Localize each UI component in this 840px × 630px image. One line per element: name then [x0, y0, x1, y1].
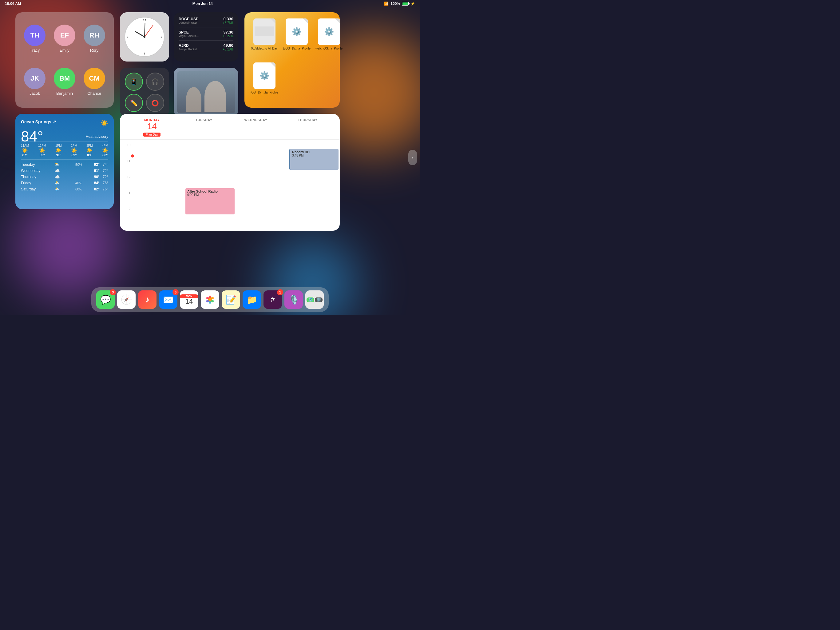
calendar-grid: After School Radio 6:00 PM: [132, 140, 340, 231]
hourly-time-0: 11AM: [21, 144, 29, 147]
forecast-high-0: 92°: [94, 162, 99, 167]
hourly-time-4: 3PM: [87, 144, 93, 147]
stock-ticker-doge: DOGE-USD: [178, 17, 199, 21]
forecast-friday: Friday 🌦️ 40% 84° 76°: [21, 180, 108, 185]
dock-calendar[interactable]: MON 14: [180, 290, 198, 309]
cal-day-num-tue: 0: [178, 122, 230, 131]
status-right: 📶 100% ⚡: [384, 2, 415, 6]
ctrl-pencil-button[interactable]: ✏️: [125, 94, 143, 112]
forecast-high-2: 90°: [94, 175, 99, 179]
calendar-header: MONDAY 14 Flag Day TUESDAY 0 WEDNESDAY 0…: [120, 114, 340, 140]
file-name-watchos: watchOS...a_Profile: [316, 47, 343, 51]
battery-icon: [402, 2, 409, 6]
hourly-time-2: 1PM: [55, 144, 62, 147]
pencil-icon: ✏️: [130, 99, 138, 107]
dock-photos[interactable]: [201, 290, 219, 309]
contact-benjamin[interactable]: BM Benjamin: [54, 68, 75, 96]
calendar-times: 10 11 12 1 2: [120, 140, 132, 231]
ctrl-circle-button[interactable]: ⭕: [146, 94, 164, 112]
ctrl-ipad-button[interactable]: 📱: [125, 73, 143, 91]
music-icon: ♪: [145, 295, 149, 304]
files-widget[interactable]: 9to5Mac...g All Day ⚙️ tvOS_15...ta_Prof…: [245, 12, 340, 108]
stock-name-doge: Dogecoin USD: [178, 21, 199, 24]
dock-safari[interactable]: [117, 290, 136, 309]
stock-row-ajrd: AJRD Aerojet Rocket... 49.60 +0.18%: [178, 43, 234, 51]
contact-jacob[interactable]: JK Jacob: [24, 68, 46, 96]
control-center-widget[interactable]: 📱 🎧 ✏️ ⭕: [120, 68, 169, 117]
forecast-day-1: Wednesday: [21, 169, 43, 173]
forecast-pct-0: 50%: [71, 163, 82, 166]
cal-dock-day: 14: [185, 298, 193, 305]
mail-icon: ✉️: [163, 295, 174, 305]
contacts-widget[interactable]: TH Tracy EF Emily RH Rory JK Jacob BM Be…: [15, 12, 114, 108]
stock-name-ajrd: Aerojet Rocket...: [178, 47, 199, 51]
second-hand: [144, 25, 153, 37]
settings-mini-icon: ⚙️: [315, 298, 322, 302]
cal-column-0: [132, 140, 184, 231]
gear-icon-tvos: ⚙️: [292, 27, 302, 36]
svg-point-7: [209, 296, 211, 298]
cal-day-num-thu: 0: [282, 122, 333, 131]
weather-forecast: Tuesday 🌦️ 50% 92° 74° Wednesday ☁️ 91° …: [21, 162, 108, 192]
hourly-temp-4: 89°: [87, 153, 93, 157]
dock-music[interactable]: ♪: [138, 290, 156, 309]
time-2: 2: [120, 207, 132, 223]
dock-slack[interactable]: # 1: [264, 290, 282, 309]
hourly-time-5: 4PM: [102, 144, 108, 147]
dock: 💬 3 ♪ ✉️ 6 MON 14: [91, 287, 329, 312]
time-11: 11: [120, 159, 132, 175]
photos-icon: [204, 294, 216, 305]
svg-point-11: [206, 300, 209, 302]
contact-name-benjamin: Benjamin: [56, 91, 73, 96]
event-record-hh[interactable]: Record HH 3:45 PM: [289, 149, 338, 170]
sidebar-handle[interactable]: ‹: [408, 150, 417, 165]
ipad-icon: 📱: [130, 78, 138, 85]
file-item-ios[interactable]: ⚙️ iOS_15_...ta_Profile: [251, 62, 278, 95]
wifi-icon: 📶: [384, 2, 388, 6]
stock-price-ajrd: 49.60: [223, 43, 234, 47]
contact-rory[interactable]: RH Rory: [84, 25, 105, 52]
slack-badge: 1: [277, 289, 283, 295]
contact-avatar-chance: CM: [84, 68, 105, 89]
weather-widget: Ocean Springs ↗ ☀️ 84° Heat advisory 11A…: [15, 114, 114, 209]
forecast-high-3: 84°: [94, 181, 99, 185]
dock-files[interactable]: 📁: [243, 290, 261, 309]
event-title-hh: Record HH: [292, 150, 337, 154]
contact-chance[interactable]: CM Chance: [84, 68, 105, 96]
hourly-temp-2: 91°: [55, 153, 62, 157]
hourly-temp-3: 89°: [71, 153, 77, 157]
forecast-low-3: 76°: [103, 181, 108, 185]
dock-maps-settings[interactable]: 🗺️ ⚙️: [305, 290, 324, 309]
forecast-low-4: 76°: [103, 187, 108, 192]
contact-tracy[interactable]: TH Tracy: [24, 25, 46, 52]
forecast-low-0: 74°: [103, 162, 108, 167]
contact-name-emily: Emily: [60, 48, 69, 52]
contact-avatar-emily: EF: [54, 25, 75, 46]
forecast-icon-4: 🌦️: [54, 187, 60, 192]
file-item-tvos[interactable]: ⚙️ tvOS_15...ta_Profile: [283, 19, 311, 51]
file-name-ios: iOS_15_...ta_Profile: [251, 91, 278, 95]
forecast-day-0: Tuesday: [21, 162, 43, 167]
cal-day-num-mon: 14: [126, 122, 178, 131]
dock-podcasts[interactable]: 🎙️: [284, 290, 303, 309]
mail-badge: 6: [172, 289, 178, 295]
hourly-icon-5: ☀️: [102, 147, 108, 153]
minute-hand: [144, 23, 145, 37]
weather-header: Ocean Springs ↗ ☀️: [21, 119, 108, 127]
ctrl-headphones-button[interactable]: 🎧: [146, 73, 164, 91]
forecast-day-2: Thursday: [21, 175, 43, 179]
hour-hand: [135, 31, 145, 38]
dock-notes[interactable]: 📝: [222, 290, 240, 309]
file-item-watchos[interactable]: ⚙️ watchOS...a_Profile: [316, 19, 343, 51]
contact-name-tracy: Tracy: [30, 48, 39, 52]
file-item-9to5mac[interactable]: 9to5Mac...g All Day: [251, 19, 278, 51]
weather-advisory: Heat advisory: [21, 135, 108, 139]
dock-mail[interactable]: ✉️ 6: [159, 290, 177, 309]
calendar-widget[interactable]: MONDAY 14 Flag Day TUESDAY 0 WEDNESDAY 0…: [120, 114, 340, 231]
weather-location: Ocean Springs ↗: [21, 119, 56, 124]
dock-messages[interactable]: 💬 3: [96, 290, 115, 309]
contact-emily[interactable]: EF Emily: [54, 25, 75, 52]
event-after-school-radio[interactable]: After School Radio 6:00 PM: [185, 188, 235, 214]
contact-avatar-tracy: TH: [24, 25, 46, 46]
podcasts-icon: 🎙️: [288, 295, 299, 305]
